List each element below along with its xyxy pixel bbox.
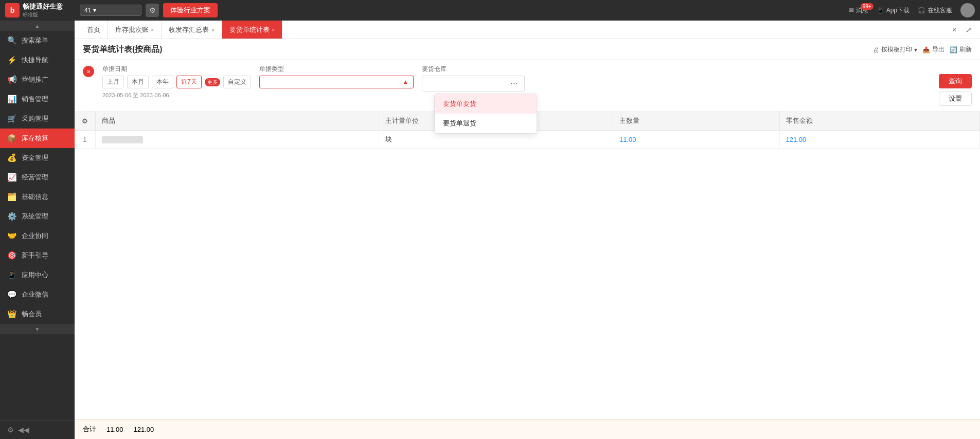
date-btn-custom[interactable]: 自定义 — [223, 76, 251, 88]
sidebar-label-operations: 经营管理 — [22, 173, 48, 182]
header-middle: 41 ▾ ⚙ 体验行业方案 — [80, 3, 849, 17]
user-avatar[interactable] — [960, 3, 975, 17]
sidebar-label-quicknav: 快捷导航 — [22, 56, 48, 65]
chart-icon: 📊 — [7, 95, 16, 104]
date-btn-this-year[interactable]: 本年 — [152, 76, 173, 88]
trial-button[interactable]: 体验行业方案 — [163, 3, 218, 17]
tab-home-label: 首页 — [87, 25, 100, 34]
table-settings-icon[interactable]: ⚙ — [82, 117, 88, 125]
tab-collection-summary[interactable]: 收发存汇总表 × — [162, 21, 222, 39]
store-selector[interactable]: 41 ▾ — [80, 5, 141, 16]
store-name: 41 — [84, 7, 91, 14]
sidebar-item-basic[interactable]: 🗂️ 基础信息 — [0, 187, 75, 207]
logo-sub: 标准版 — [23, 11, 63, 18]
quantity-link[interactable]: 11.00 — [619, 136, 636, 143]
warehouse-more-icon[interactable]: ··· — [508, 78, 520, 89]
product-name-placeholder — [102, 136, 143, 143]
sidebar-label-wechat: 企业微信 — [22, 290, 48, 299]
dropdown-item-order-return[interactable]: 要货单退货 — [435, 114, 537, 133]
warehouse-filter-input[interactable]: ··· — [422, 76, 525, 92]
sidebar-item-purchase[interactable]: 🛒 采购管理 — [0, 109, 75, 129]
tab-inventory-batch-label: 库存批次账 — [115, 25, 149, 34]
filter-expand-button[interactable]: » — [83, 66, 94, 77]
cell-index: 1 — [75, 131, 95, 149]
header-right: ✉ 消息 99+ 📱 App下载 🎧 在线客服 — [849, 3, 975, 17]
sidebar-label-inventory: 库存核算 — [22, 134, 48, 143]
tab-expand-button[interactable]: ⤢ — [963, 24, 975, 36]
app-download-button[interactable]: 📱 App下载 — [877, 6, 910, 15]
date-btn-7days[interactable]: 近7天 — [176, 76, 202, 88]
type-filter-select[interactable]: ▲ — [259, 76, 414, 88]
sidebar-item-appstore[interactable]: 📱 应用中心 — [0, 265, 75, 285]
date-btn-last-month[interactable]: 上月 — [102, 76, 124, 88]
sidebar-item-quicknav[interactable]: ⚡ 快捷导航 — [0, 50, 75, 70]
sidebar-label-search: 搜索菜单 — [22, 36, 48, 45]
print-icon: 🖨 — [873, 46, 879, 53]
type-dropdown-menu: 要货单要货 要货单退货 — [434, 94, 537, 134]
online-service-label: 在线客服 — [928, 6, 952, 15]
online-service-button[interactable]: 🎧 在线客服 — [918, 6, 952, 15]
sidebar-item-sales[interactable]: 📊 销售管理 — [0, 89, 75, 109]
export-label: 导出 — [932, 45, 945, 54]
logo-main: 畅捷通好生意 — [23, 3, 63, 11]
footer-amount: 121.00 — [134, 426, 154, 433]
sidebar-item-guide[interactable]: 🎯 新手引导 — [0, 246, 75, 265]
sidebar-bottom: ⚙ ◀◀ — [0, 420, 75, 439]
sidebar-settings-icon[interactable]: ⚙ — [7, 426, 14, 434]
tab-collection-summary-close[interactable]: × — [211, 27, 214, 33]
sidebar-collapse-icon[interactable]: ◀◀ — [18, 426, 29, 434]
table-col-amount: 零售金额 — [779, 112, 979, 131]
tab-close-all-button[interactable]: × — [948, 24, 960, 36]
filter-settings-button[interactable]: 设置 — [939, 92, 972, 106]
table-area: ⚙ 商品 主计量单位 主数量 零售金额 1 — [75, 112, 980, 419]
tab-inventory-batch-close[interactable]: × — [151, 27, 154, 33]
date-filter-label: 单据日期 — [102, 65, 251, 74]
crown-icon: 👑 — [7, 309, 16, 319]
warehouse-filter-group: 要货仓库 ··· — [422, 65, 525, 92]
cell-product — [95, 131, 379, 149]
sidebar-item-marketing[interactable]: 📢 营销推广 — [0, 70, 75, 89]
sidebar-item-system[interactable]: ⚙️ 系统管理 — [0, 207, 75, 226]
refresh-button[interactable]: 🔄 刷新 — [950, 45, 972, 54]
settings-gear-button[interactable]: ⚙ — [146, 4, 159, 17]
amount-link[interactable]: 121.00 — [786, 136, 807, 143]
filter-bar: » 单据日期 上月 本月 本年 近7天 更多 自定义 2023-05-06 至 … — [75, 60, 980, 112]
table-col-settings[interactable]: ⚙ — [75, 112, 95, 131]
date-more-badge[interactable]: 更多 — [205, 78, 220, 86]
trend-icon: 📈 — [7, 173, 16, 182]
handshake-icon: 🤝 — [7, 231, 16, 241]
tab-bar: 首页 库存批次账 × 收发存汇总表 × 要货单统计表 × × ⤢ — [75, 21, 980, 39]
sidebar-scroll-down[interactable]: ▼ — [0, 324, 75, 334]
money-icon: 💰 — [7, 153, 16, 162]
logo-text: 畅捷通好生意 标准版 — [23, 3, 63, 18]
tab-inventory-batch[interactable]: 库存批次账 × — [108, 21, 162, 39]
tab-order-summary-close[interactable]: × — [272, 27, 275, 33]
warehouse-filter-label: 要货仓库 — [422, 65, 525, 74]
tab-collection-summary-label: 收发存汇总表 — [169, 25, 209, 34]
tab-order-summary-label: 要货单统计表 — [229, 25, 270, 34]
sidebar-label-appstore: 应用中心 — [22, 270, 48, 280]
query-button[interactable]: 查询 — [939, 74, 972, 88]
export-button[interactable]: 📤 导出 — [922, 45, 945, 54]
sidebar-item-member[interactable]: 👑 畅会员 — [0, 304, 75, 324]
print-button[interactable]: 🖨 按模板打印 ▾ — [873, 45, 917, 54]
sidebar-scroll-up[interactable]: ▲ — [0, 21, 75, 31]
sidebar-item-operations[interactable]: 📈 经营管理 — [0, 168, 75, 187]
tab-order-summary[interactable]: 要货单统计表 × — [222, 21, 282, 39]
date-btn-this-month[interactable]: 本月 — [127, 76, 149, 88]
sidebar-item-finance[interactable]: 💰 资金管理 — [0, 148, 75, 168]
sidebar-label-sales: 销售管理 — [22, 95, 48, 104]
sidebar-item-inventory[interactable]: 📦 库存核算 — [0, 129, 75, 148]
sidebar-item-search[interactable]: 🔍 搜索菜单 — [0, 31, 75, 50]
dropdown-item-order-goods[interactable]: 要货单要货 — [435, 94, 537, 114]
sidebar-item-wechat[interactable]: 💬 企业微信 — [0, 285, 75, 304]
content-area: 首页 库存批次账 × 收发存汇总表 × 要货单统计表 × × ⤢ 要 — [75, 21, 980, 439]
gear-icon: ⚙️ — [7, 212, 16, 221]
lightning-icon: ⚡ — [7, 56, 16, 65]
tab-home[interactable]: 首页 — [80, 21, 108, 39]
date-filter-group: 单据日期 上月 本月 本年 近7天 更多 自定义 2023-05-06 至 20… — [102, 65, 251, 99]
footer-label: 合计 — [83, 425, 96, 434]
sidebar-item-enterprise[interactable]: 🤝 企业协同 — [0, 226, 75, 246]
logo-area: b 畅捷通好生意 标准版 — [5, 3, 80, 18]
message-button[interactable]: ✉ 消息 99+ — [849, 6, 868, 15]
